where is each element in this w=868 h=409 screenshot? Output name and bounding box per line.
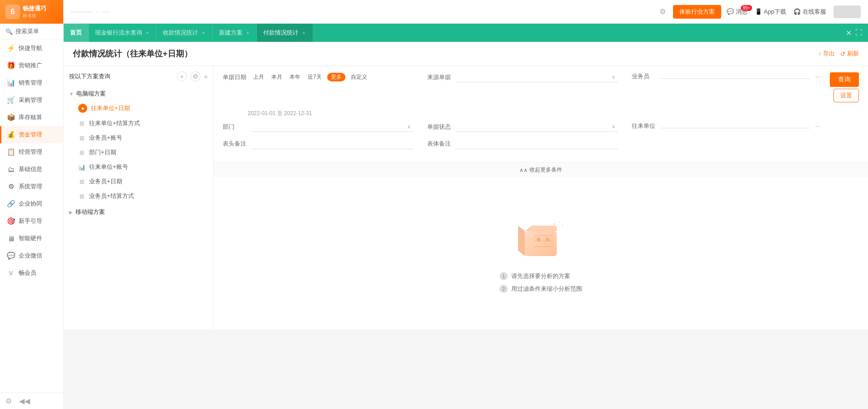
date-this-month[interactable]: 本月 xyxy=(269,72,284,82)
query-button[interactable]: 查询 xyxy=(830,72,859,87)
filter-partner-select[interactable] xyxy=(660,124,810,128)
filter-date-item: 单据日期 上月 本月 本年 近7天 更多 自定义 xyxy=(223,72,414,82)
mobile-icon: 📱 xyxy=(755,8,762,15)
sidebar-item-finance[interactable]: 💰 资金管理 xyxy=(0,126,63,143)
schema-table-icon-5: ⊞ xyxy=(78,178,85,185)
schema-item-4[interactable]: 📊 往来单位+账号 xyxy=(64,160,213,174)
filter-salesperson-item: 业务员 ··· xyxy=(632,72,823,81)
tab-expand-icon[interactable]: ⛶ xyxy=(855,29,863,37)
tab-receipt-close[interactable]: × xyxy=(201,30,205,36)
filter-body-note-item: 表体备注 xyxy=(427,138,618,149)
tab-close-all-icon[interactable]: ✕ xyxy=(846,29,852,37)
folder-icon: 🗂 xyxy=(7,165,15,173)
schema-item-3[interactable]: ⊞ 部门+日期 xyxy=(64,145,213,160)
add-schema-button[interactable]: + xyxy=(177,71,187,81)
schema-item-5-label: 业务员+日期 xyxy=(89,177,122,186)
trial-button[interactable]: 体验行业方案 xyxy=(673,5,721,19)
tab-cash[interactable]: 现金银行流水查询 × xyxy=(89,24,156,42)
tab-new-plan[interactable]: 新建方案 × xyxy=(213,24,257,42)
date-this-year[interactable]: 本年 xyxy=(288,72,302,82)
schema-table-icon-2: ⊞ xyxy=(78,134,85,141)
date-last-month[interactable]: 上月 xyxy=(251,72,266,82)
schema-item-0-label: 往来单位+日期 xyxy=(91,104,130,112)
schema-item-0[interactable]: ● 往来单位+日期 xyxy=(64,101,213,116)
schema-settings-button[interactable]: ⚙ xyxy=(190,71,200,81)
service-label: 在线客服 xyxy=(803,8,826,16)
date-more[interactable]: 更多 xyxy=(327,73,345,81)
filter-source-select[interactable]: ∨ xyxy=(456,72,618,82)
date-7days[interactable]: 近7天 xyxy=(306,72,324,82)
schema-settings-icon: ⚙ xyxy=(193,73,199,80)
sidebar-item-hardware[interactable]: 🖥 智能硬件 xyxy=(0,230,63,247)
sidebar-item-system[interactable]: ⚙ 系统管理 xyxy=(0,178,63,195)
sidebar-search-menu[interactable]: 🔍 搜索菜单 xyxy=(0,24,63,40)
breadcrumb-module xyxy=(101,11,110,13)
sidebar-item-purchase-label: 采购管理 xyxy=(19,96,42,104)
sidebar-item-marketing-label: 营销推广 xyxy=(19,61,42,70)
filter-source-label: 来源单据 xyxy=(427,73,452,81)
user-avatar[interactable] xyxy=(833,5,861,18)
salesperson-dots[interactable]: ··· xyxy=(813,73,823,80)
sidebar-item-marketing[interactable]: 🎁 营销推广 xyxy=(0,57,63,74)
schema-item-1[interactable]: ⊞ 往来单位+结算方式 xyxy=(64,116,213,131)
collapse-sidebar-icon[interactable]: ◀◀ xyxy=(19,397,30,405)
tab-cash-label: 现金银行流水查询 xyxy=(95,29,142,37)
filter-salesperson-select[interactable] xyxy=(660,75,810,79)
schema-item-4-label: 往来单位+账号 xyxy=(89,163,128,171)
search-icon: 🔍 xyxy=(5,28,13,35)
schema-item-2[interactable]: ⊞ 业务员+账号 xyxy=(64,131,213,145)
clipboard-icon: 📋 xyxy=(7,148,15,156)
tab-new-plan-close[interactable]: × xyxy=(245,30,250,36)
tab-home[interactable]: 首页 xyxy=(64,24,89,42)
left-panel-collapse-button[interactable]: « xyxy=(204,73,208,80)
collapse-more-button[interactable]: ∧∧ 收起更多条件 xyxy=(214,162,868,177)
refresh-button[interactable]: ↺ 刷新 xyxy=(840,50,859,58)
sidebar-item-purchase[interactable]: 🛒 采购管理 xyxy=(0,91,63,109)
sidebar-item-inventory[interactable]: 📦 库存核算 xyxy=(0,109,63,126)
sidebar-menu: ⚡ 快捷导航 🎁 营销推广 📊 销售管理 🛒 采购管理 📦 库存核算 💰 资金管… xyxy=(0,40,63,393)
tabbar: 首页 现金银行流水查询 × 收款情况统计 × 新建方案 × 付款情况统计 × ✕… xyxy=(64,24,868,42)
filter-body-note-input[interactable] xyxy=(456,138,618,149)
filter-settings-button[interactable]: 设置 xyxy=(833,89,859,102)
schema-item-6[interactable]: ⊞ 业务员+结算方式 xyxy=(64,189,213,203)
schema-item-5[interactable]: ⊞ 业务员+日期 xyxy=(64,174,213,189)
export-button[interactable]: ↑ 导出 xyxy=(818,50,835,58)
filter-docstatus-select[interactable]: ∨ xyxy=(456,122,618,132)
desktop-group-header[interactable]: ▼ 电脑端方案 xyxy=(64,87,213,101)
app-download-button[interactable]: 📱 App下载 xyxy=(755,8,786,16)
filter-partner-label: 往来单位 xyxy=(632,122,657,130)
right-filter-actions: 查询 设置 xyxy=(823,72,859,102)
tabbar-actions: ✕ ⛶ xyxy=(846,29,868,37)
empty-hint-2: 2 用过滤条件来缩小分析范围 xyxy=(499,285,582,293)
tab-payment[interactable]: 付款情况统计 × xyxy=(257,24,313,42)
sidebar-item-guide[interactable]: 🎯 新手引导 xyxy=(0,212,63,230)
partner-dots[interactable]: ··· xyxy=(813,122,823,130)
sidebar-item-wechat[interactable]: 💬 企业微信 xyxy=(0,247,63,264)
date-custom[interactable]: 自定义 xyxy=(349,72,369,82)
tab-payment-close[interactable]: × xyxy=(301,30,306,36)
sidebar-item-collab[interactable]: 🔗 企业协同 xyxy=(0,195,63,212)
filter-docstatus-label: 单据状态 xyxy=(427,123,452,131)
sidebar-item-nav[interactable]: ⚡ 快捷导航 xyxy=(0,40,63,57)
date-range-text: 2022-01-01 至 2022-12-31 xyxy=(248,110,312,117)
message-icon: 💬 xyxy=(727,8,734,15)
schema-table-icon-6: ⊞ xyxy=(78,192,85,200)
sidebar-item-operations[interactable]: 📋 经营管理 xyxy=(0,143,63,161)
sidebar-item-basic-label: 基础信息 xyxy=(19,165,42,173)
tab-receipt[interactable]: 收款情况统计 × xyxy=(156,24,212,42)
collapse-up-arrow: ∧∧ xyxy=(519,167,528,173)
sidebar-item-member[interactable]: V 畅会员 xyxy=(0,264,63,282)
logo-title: 畅捷通巧 xyxy=(23,5,46,13)
cart-icon: 🛒 xyxy=(7,96,15,104)
mobile-group-header[interactable]: ▶ 移动端方案 xyxy=(64,205,213,219)
sidebar-item-basic[interactable]: 🗂 基础信息 xyxy=(0,161,63,178)
message-button[interactable]: 💬 消息 99+ xyxy=(727,8,748,16)
topbar-settings-icon[interactable]: ⚙ xyxy=(658,5,668,18)
filter-dept-select[interactable]: ∨ xyxy=(251,122,414,132)
settings-footer-icon[interactable]: ⚙ xyxy=(5,397,12,405)
filter-header-note-input[interactable] xyxy=(251,138,414,149)
box-icon: 📦 xyxy=(7,113,15,121)
sidebar-item-sales[interactable]: 📊 销售管理 xyxy=(0,74,63,91)
tab-cash-close[interactable]: × xyxy=(145,30,150,36)
online-service-button[interactable]: 🎧 在线客服 xyxy=(793,8,826,16)
